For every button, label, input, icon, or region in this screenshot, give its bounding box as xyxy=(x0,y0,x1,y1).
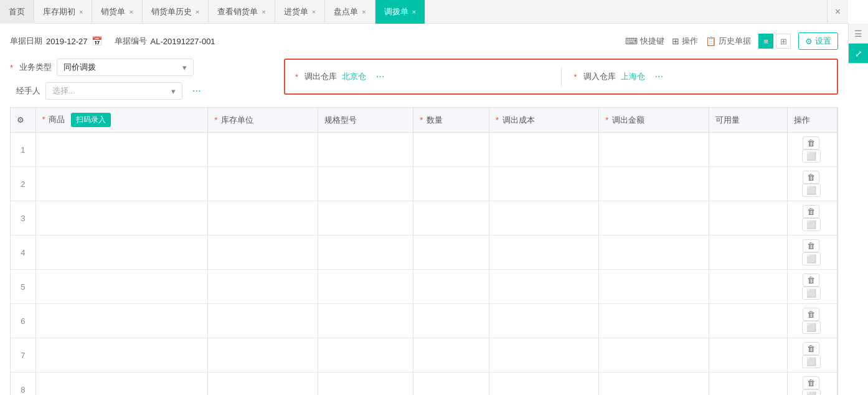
operations-button[interactable]: ⊞ 操作 xyxy=(672,36,698,47)
close-all-tabs-button[interactable]: × xyxy=(827,0,848,24)
spec-column-header: 规格型号 xyxy=(318,108,413,133)
ops-cell: 🗑 ⬜ xyxy=(788,201,837,236)
tab-sales-history[interactable]: 销货单历史 × xyxy=(143,0,209,24)
operations-column-header: 操作 xyxy=(788,108,837,133)
copy-row-button[interactable]: ⬜ xyxy=(802,321,821,334)
product-cell[interactable] xyxy=(35,338,208,373)
spec-cell xyxy=(318,373,413,396)
product-cell[interactable] xyxy=(35,270,208,304)
delete-row-button[interactable]: 🗑 xyxy=(803,274,819,287)
product-cell[interactable] xyxy=(35,201,208,236)
delete-row-button[interactable]: 🗑 xyxy=(803,308,819,321)
transfer-cost-cell xyxy=(489,201,598,236)
handler-field: 经手人 选择... ▾ ··· xyxy=(10,82,271,100)
list-view-button[interactable]: ≡ xyxy=(758,34,773,49)
transfer-cost-cell xyxy=(489,338,598,373)
ops-cell: 🗑 ⬜ xyxy=(788,373,837,396)
transfer-cost-cell xyxy=(489,236,598,270)
data-table: ⚙ * 商品 扫码录入 * 库存单位 规格型号 * xyxy=(11,108,837,395)
unit-cell xyxy=(208,167,318,201)
tab-sales-order[interactable]: 销货单 × xyxy=(92,0,142,24)
spec-cell xyxy=(318,167,413,201)
handler-dropdown[interactable]: 选择... ▾ xyxy=(45,82,182,100)
close-icon[interactable]: × xyxy=(79,8,83,16)
shortcut-button[interactable]: ⌨ 快捷键 xyxy=(625,36,664,47)
divider xyxy=(561,67,562,86)
settings-button[interactable]: ⚙ 设置 xyxy=(798,32,838,50)
quantity-column-header: * 数量 xyxy=(413,108,489,133)
product-cell[interactable] xyxy=(35,133,208,167)
unit-cell xyxy=(208,304,318,338)
quantity-cell xyxy=(413,270,489,304)
available-cell xyxy=(709,236,787,270)
row-number: 4 xyxy=(11,236,35,270)
calendar-icon[interactable]: 📅 xyxy=(92,36,102,46)
ops-cell: 🗑 ⬜ xyxy=(788,167,837,201)
close-icon[interactable]: × xyxy=(312,8,316,16)
spec-cell xyxy=(318,338,413,373)
tab-inventory-init[interactable]: 库存期初 × xyxy=(34,0,92,24)
product-cell[interactable] xyxy=(35,167,208,201)
delete-row-button[interactable]: 🗑 xyxy=(803,136,819,150)
tab-stocktake[interactable]: 盘点单 × xyxy=(325,0,375,24)
ops-cell: 🗑 ⬜ xyxy=(788,133,837,167)
copy-row-button[interactable]: ⬜ xyxy=(802,252,821,265)
copy-row-button[interactable]: ⬜ xyxy=(802,287,821,300)
product-cell[interactable] xyxy=(35,304,208,338)
unit-column-header: * 库存单位 xyxy=(208,108,318,133)
history-button[interactable]: 📋 历史单据 xyxy=(705,36,751,47)
in-warehouse-more-button[interactable]: ··· xyxy=(655,71,663,82)
copy-row-button[interactable]: ⬜ xyxy=(802,218,821,231)
sidebar-expand-icon[interactable]: ⤢ xyxy=(849,44,869,64)
copy-row-button[interactable]: ⬜ xyxy=(802,184,821,197)
delete-row-button[interactable]: 🗑 xyxy=(803,171,819,184)
header-actions: ⌨ 快捷键 ⊞ 操作 📋 历史单据 ≡ ⊞ ⚙ 设置 xyxy=(625,32,838,50)
scan-barcode-button[interactable]: 扫码录入 xyxy=(71,113,111,127)
business-type-field: * 业务类型 同价调拨 ▾ xyxy=(10,59,271,76)
close-icon[interactable]: × xyxy=(196,8,199,16)
transfer-cost-cell xyxy=(489,304,598,338)
available-cell xyxy=(709,270,787,304)
copy-row-button[interactable]: ⬜ xyxy=(802,355,821,368)
spec-cell xyxy=(318,201,413,236)
ops-cell: 🗑 ⬜ xyxy=(788,304,837,338)
in-warehouse-field: * 调入仓库 上海仓 ··· xyxy=(574,71,828,82)
close-icon[interactable]: × xyxy=(412,8,416,16)
transfer-cost-cell xyxy=(489,373,598,396)
more-options-button[interactable]: ··· xyxy=(192,85,200,97)
settings-column-header[interactable]: ⚙ xyxy=(11,108,35,133)
transfer-amount-cell xyxy=(599,201,709,236)
delete-row-button[interactable]: 🗑 xyxy=(803,239,819,252)
in-warehouse-value: 上海仓 xyxy=(621,71,645,82)
product-cell[interactable] xyxy=(35,236,208,270)
transfer-amount-cell xyxy=(599,338,709,373)
view-toggle: ≡ ⊞ xyxy=(758,34,791,49)
spec-cell xyxy=(318,133,413,167)
delete-row-button[interactable]: 🗑 xyxy=(803,205,819,218)
tab-transfer[interactable]: 调拨单 × xyxy=(375,0,425,24)
delete-row-button[interactable]: 🗑 xyxy=(803,342,819,355)
tab-view-sales[interactable]: 查看销货单 × xyxy=(209,0,275,24)
close-icon[interactable]: × xyxy=(362,8,366,16)
transfer-amount-cell xyxy=(599,304,709,338)
row-number: 6 xyxy=(11,304,35,338)
form-left: * 业务类型 同价调拨 ▾ 经手人 选择... ▾ ··· xyxy=(10,59,271,100)
out-warehouse-more-button[interactable]: ··· xyxy=(376,71,384,82)
grid-view-button[interactable]: ⊞ xyxy=(776,34,791,49)
transfer-cost-cell xyxy=(489,167,598,201)
tab-home[interactable]: 首页 xyxy=(0,0,34,24)
tab-purchase-order[interactable]: 进货单 × xyxy=(275,0,325,24)
close-icon[interactable]: × xyxy=(262,8,265,16)
sidebar-list-icon[interactable]: ☰ xyxy=(849,24,869,44)
product-cell[interactable] xyxy=(35,373,208,396)
copy-row-button[interactable]: ⬜ xyxy=(802,389,821,395)
unit-cell xyxy=(208,270,318,304)
quantity-cell xyxy=(413,338,489,373)
product-column-header: * 商品 扫码录入 xyxy=(35,108,208,133)
delete-row-button[interactable]: 🗑 xyxy=(803,376,819,389)
copy-row-button[interactable]: ⬜ xyxy=(802,150,821,163)
close-icon[interactable]: × xyxy=(129,8,133,16)
transfer-amount-cell xyxy=(599,236,709,270)
available-cell xyxy=(709,338,787,373)
business-type-dropdown[interactable]: 同价调拨 ▾ xyxy=(57,59,194,76)
